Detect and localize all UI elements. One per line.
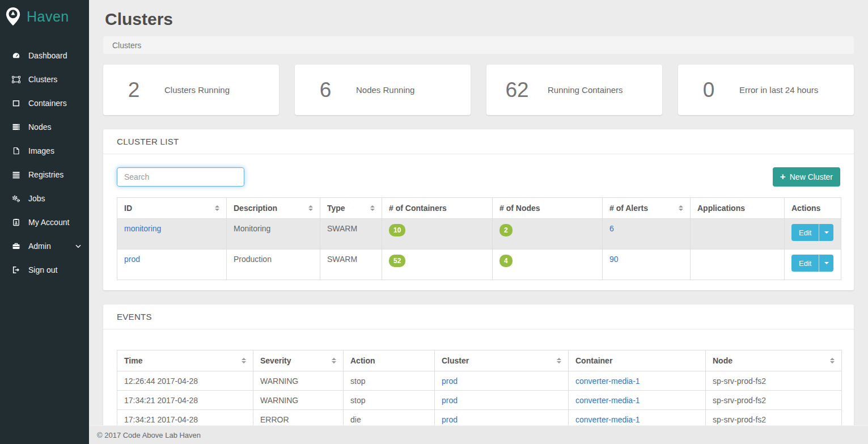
- sidebar-item-label: Admin: [28, 242, 51, 251]
- stat-value: 2: [103, 78, 164, 102]
- sidebar-item-my-account[interactable]: My Account: [0, 210, 89, 234]
- footer: © 2017 Code Above Lab Haven: [89, 425, 868, 444]
- breadcrumb-item: Clusters: [112, 41, 141, 50]
- chevron-down-icon: [75, 244, 81, 248]
- event-severity: WARNING: [253, 391, 344, 410]
- cluster-description: Monitoring: [227, 219, 320, 250]
- column-header-type[interactable]: Type: [320, 198, 382, 219]
- events-table-header-row: Time Severity Action Cluster Container N…: [117, 350, 842, 371]
- event-row: 17:34:21 2017-04-28 WARNING stop prod co…: [117, 391, 842, 410]
- edit-button[interactable]: Edit: [791, 255, 819, 272]
- page-title: Clusters: [105, 10, 854, 29]
- my-account-icon: [11, 218, 21, 227]
- cluster-applications: [691, 219, 785, 250]
- cluster-table-header-row: ID Description Type # of Containers # of…: [117, 198, 841, 219]
- stat-value: 0: [678, 78, 739, 102]
- sort-icon: [332, 358, 336, 363]
- sidebar-item-label: My Account: [28, 218, 69, 227]
- edit-dropdown-toggle[interactable]: [819, 255, 833, 272]
- sidebar-item-nodes[interactable]: Nodes: [0, 115, 89, 139]
- sidebar-item-label: Containers: [28, 99, 67, 108]
- nodes-icon: [11, 122, 21, 132]
- containers-icon: [11, 99, 21, 108]
- column-header-applications: Applications: [691, 198, 785, 219]
- clusters-icon: [11, 75, 21, 84]
- column-header-container: Container: [569, 350, 706, 371]
- event-action: stop: [344, 391, 435, 410]
- sidebar-item-label: Clusters: [28, 75, 57, 84]
- edit-button[interactable]: Edit: [791, 224, 819, 241]
- column-header-alerts[interactable]: # of Alerts: [603, 198, 691, 219]
- event-cluster-link[interactable]: prod: [442, 377, 458, 386]
- sidebar-item-sign-out[interactable]: Sign out: [0, 258, 89, 282]
- stat-cards: 2 Clusters Running 6 Nodes Running 62 Ru…: [103, 65, 854, 115]
- events-panel: EVENTS Time Severity Action Cluster Cont…: [103, 305, 854, 439]
- event-time: 17:34:21 2017-04-28: [117, 391, 253, 410]
- caret-down-icon: [824, 262, 829, 264]
- cluster-table: ID Description Type # of Containers # of…: [117, 197, 841, 280]
- sort-icon: [215, 205, 219, 211]
- alerts-count-link[interactable]: 90: [609, 255, 619, 264]
- column-header-cluster[interactable]: Cluster: [435, 350, 569, 371]
- stat-label: Running Containers: [548, 85, 623, 95]
- registries-icon: [11, 170, 21, 179]
- edit-split-button: Edit: [791, 224, 833, 241]
- event-cluster-link[interactable]: prod: [442, 415, 458, 424]
- cluster-list-toolbar: + New Cluster: [117, 167, 840, 187]
- stat-card-clusters-running: 2 Clusters Running: [103, 65, 279, 115]
- sort-icon: [370, 205, 375, 211]
- event-cluster-link[interactable]: prod: [442, 396, 458, 405]
- column-header-time[interactable]: Time: [117, 350, 253, 371]
- cluster-type: SWARM: [320, 250, 382, 280]
- column-header-actions: Actions: [785, 198, 841, 219]
- dashboard-icon: [11, 51, 21, 60]
- event-node: sp-srv-prod-fs2: [706, 391, 842, 410]
- stat-label: Error in last 24 hours: [739, 85, 818, 95]
- column-header-id[interactable]: ID: [117, 198, 227, 219]
- column-header-nodes: # of Nodes: [493, 198, 603, 219]
- cluster-applications: [691, 250, 785, 280]
- column-header-description[interactable]: Description: [227, 198, 320, 219]
- event-container-link[interactable]: converter-media-1: [575, 377, 640, 386]
- new-cluster-button-label: New Cluster: [790, 172, 833, 181]
- nodes-count-badge: 4: [499, 255, 513, 267]
- sidebar-item-images[interactable]: Images: [0, 139, 89, 163]
- plus-icon: +: [780, 172, 786, 181]
- stat-card-nodes-running: 6 Nodes Running: [295, 65, 471, 115]
- edit-dropdown-toggle[interactable]: [819, 224, 833, 241]
- sidebar-item-jobs[interactable]: Jobs: [0, 187, 89, 210]
- cluster-row-prod: prod Production SWARM 52 4 90 Edit: [117, 250, 841, 280]
- sidebar-nav: Dashboard Clusters Containers Nodes Imag…: [0, 44, 89, 282]
- sidebar-item-label: Jobs: [28, 194, 45, 203]
- event-container-link[interactable]: converter-media-1: [575, 396, 640, 405]
- cluster-description: Production: [227, 250, 320, 280]
- sidebar-item-dashboard[interactable]: Dashboard: [0, 44, 89, 67]
- sidebar-item-admin[interactable]: Admin: [0, 234, 89, 258]
- nodes-count-badge: 2: [499, 224, 513, 236]
- images-icon: [11, 146, 21, 155]
- sidebar-item-clusters[interactable]: Clusters: [0, 67, 89, 91]
- sidebar-item-containers[interactable]: Containers: [0, 91, 89, 115]
- containers-count-badge: 10: [389, 224, 405, 236]
- sidebar-item-label: Registries: [28, 170, 63, 179]
- events-panel-body: Time Severity Action Cluster Container N…: [103, 329, 854, 439]
- event-row: 12:26:44 2017-04-28 WARNING stop prod co…: [117, 371, 842, 391]
- event-container-link[interactable]: converter-media-1: [575, 415, 640, 424]
- event-node: sp-srv-prod-fs2: [706, 371, 842, 391]
- sidebar-item-registries[interactable]: Registries: [0, 163, 89, 187]
- column-header-node[interactable]: Node: [706, 350, 842, 371]
- column-header-severity[interactable]: Severity: [253, 350, 344, 371]
- cluster-id-link[interactable]: prod: [124, 255, 140, 264]
- new-cluster-button[interactable]: + New Cluster: [773, 167, 840, 187]
- alerts-count-link[interactable]: 6: [609, 224, 614, 233]
- edit-split-button: Edit: [791, 255, 833, 272]
- sidebar-item-label: Sign out: [28, 265, 57, 274]
- sort-icon: [308, 205, 313, 211]
- column-header-action: Action: [344, 350, 435, 371]
- cluster-id-link[interactable]: monitoring: [124, 224, 161, 233]
- sort-icon: [679, 205, 683, 211]
- haven-pin-icon: [6, 7, 20, 26]
- search-input[interactable]: [117, 167, 244, 187]
- app-logo[interactable]: Haven: [0, 0, 89, 26]
- sign-out-icon: [11, 265, 21, 274]
